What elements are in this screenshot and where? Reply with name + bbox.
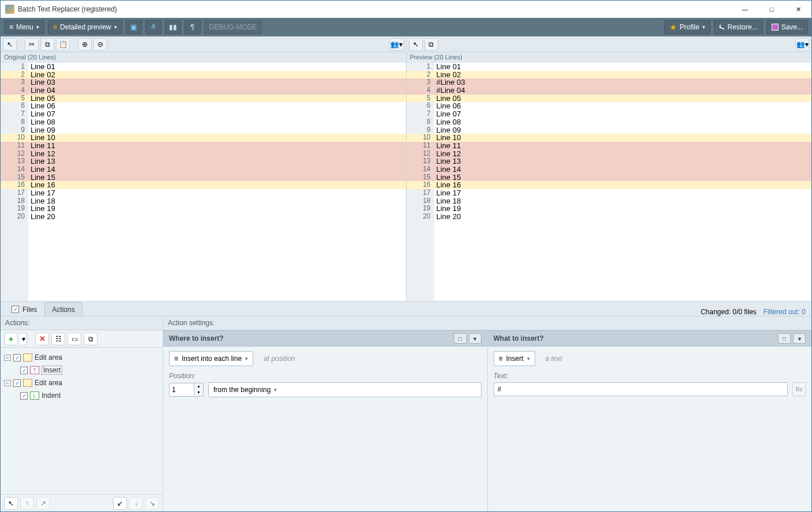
- find-dropdown-icon[interactable]: 👥▾: [390, 38, 404, 51]
- tree-checkbox[interactable]: [13, 354, 21, 362]
- regex-button[interactable]: Rx: [792, 382, 806, 396]
- preview-gutter: 1234567891011121314151617181920: [407, 63, 434, 301]
- save-button[interactable]: Save...: [766, 20, 808, 34]
- window-title: Batch Text Replacer (registered): [18, 5, 732, 13]
- tab-actions[interactable]: Actions: [44, 302, 82, 316]
- filtered-link[interactable]: Filtered out: 0: [764, 308, 806, 316]
- collapse-icon[interactable]: −: [4, 355, 11, 361]
- debug-mode-button[interactable]: DEBUG-MODE: [204, 20, 262, 34]
- tree-checkbox[interactable]: [13, 379, 21, 387]
- paste-icon[interactable]: 📋: [56, 38, 70, 51]
- preview-title: Preview (20 Lines): [407, 52, 812, 63]
- menu-button[interactable]: ≡Menu▾: [4, 20, 44, 34]
- spin-down-icon[interactable]: ▼: [194, 390, 203, 396]
- copy-icon[interactable]: ⧉: [40, 38, 54, 51]
- action-tool-2[interactable]: ▭: [67, 333, 81, 345]
- original-gutter: 1234567891011121314151617181920: [1, 63, 28, 301]
- select-cursor-icon[interactable]: ↖: [3, 38, 17, 51]
- insert-text-input[interactable]: [494, 382, 788, 396]
- tree-node-insert[interactable]: T Insert: [3, 364, 160, 377]
- tree-checkbox[interactable]: [20, 392, 28, 400]
- where-section-head: Where to insert? □ ▾: [163, 330, 487, 347]
- detailed-preview-button[interactable]: ≡Detailed preview▾: [48, 20, 122, 34]
- position-input[interactable]: [169, 383, 194, 397]
- settings-header: Action settings:: [163, 317, 811, 330]
- preview-content[interactable]: Line 01Line 02#Line 03#Line 04Line 05Lin…: [434, 63, 812, 301]
- minimize-button[interactable]: —: [732, 1, 758, 18]
- maximize-button[interactable]: □: [758, 1, 785, 18]
- where-hint: at position: [264, 355, 295, 363]
- close-button[interactable]: ✕: [785, 1, 811, 18]
- titlebar: Batch Text Replacer (registered) — □ ✕: [1, 1, 811, 18]
- original-toolbar: ↖ ✂ ⧉ 📋 ⊕ ⊖ 👥▾: [1, 36, 407, 52]
- preview-pane: Preview (20 Lines) 123456789101112131415…: [407, 52, 812, 301]
- where-maximize-icon[interactable]: □: [454, 333, 467, 344]
- actions-tree: − Edit area T Insert − Edit are: [1, 348, 163, 494]
- actions-header: Actions:: [1, 317, 163, 330]
- from-dropdown[interactable]: from the beginning▾: [208, 382, 482, 397]
- tree-node-edit-area-1[interactable]: − Edit area: [3, 351, 160, 364]
- delete-action-button[interactable]: ✕: [35, 333, 49, 345]
- zoom-in-icon[interactable]: ⊕: [78, 38, 92, 51]
- settings-panel: Action settings: Where to insert? □ ▾: [163, 317, 811, 511]
- original-content[interactable]: Line 01Line 02Line 03Line 04Line 05Line …: [28, 63, 406, 301]
- tool-icon-2[interactable]: ≚: [145, 20, 161, 34]
- what-hint: a text: [546, 355, 562, 363]
- preview-toolbar: ↖ ⧉ 👥▾: [407, 36, 812, 52]
- what-dropdown-icon[interactable]: ▾: [793, 333, 806, 344]
- insert-mode-dropdown[interactable]: ≡Insert into each line▾: [169, 351, 253, 366]
- tab-files[interactable]: Files: [4, 302, 44, 316]
- cut-icon[interactable]: ✂: [25, 38, 39, 51]
- collapse-icon[interactable]: −: [4, 380, 11, 386]
- original-title: Original (20 Lines): [1, 52, 406, 63]
- restore-button[interactable]: Restore...: [714, 20, 763, 34]
- tree-node-edit-area-2[interactable]: − Edit area: [3, 377, 160, 389]
- select-cursor-icon-2[interactable]: ↖: [409, 38, 423, 51]
- arrow-up-button[interactable]: ↑: [20, 497, 34, 510]
- changed-status: Changed: 0/0 files: [701, 308, 757, 316]
- action-tool-1[interactable]: ☷: [51, 333, 65, 345]
- what-maximize-icon[interactable]: □: [778, 333, 791, 344]
- tree-node-indent[interactable]: L Indent: [3, 389, 160, 402]
- where-dropdown-icon[interactable]: ▾: [469, 333, 482, 344]
- arrow-out-button[interactable]: ↗: [36, 497, 50, 510]
- arrow-in-button[interactable]: ↙: [113, 497, 127, 510]
- insert-type-dropdown[interactable]: ≡Insert▾: [494, 351, 535, 366]
- original-pane: Original (20 Lines) 12345678910111213141…: [1, 52, 407, 301]
- tree-checkbox[interactable]: [20, 367, 28, 374]
- tabs-row: Files Actions Changed: 0/0 files Filtere…: [1, 302, 811, 317]
- find-dropdown-icon-2[interactable]: 👥▾: [795, 38, 809, 51]
- copy-icon-2[interactable]: ⧉: [424, 38, 438, 51]
- area-icon: [23, 353, 32, 362]
- text-label: Text:: [494, 372, 806, 380]
- pilcrow-button[interactable]: ¶: [185, 20, 201, 34]
- tool-icon-1[interactable]: ▣: [126, 20, 142, 34]
- arrow-down-right-button[interactable]: ↘: [145, 497, 159, 510]
- what-section-head: What to insert? □ ▾: [488, 330, 812, 347]
- zoom-out-icon[interactable]: ⊖: [93, 38, 107, 51]
- spin-up-icon[interactable]: ▲: [194, 383, 203, 390]
- insert-icon: T: [30, 366, 39, 374]
- arrow-up-left-button[interactable]: ↖: [4, 497, 18, 510]
- app-icon: [5, 5, 14, 14]
- files-checkbox-icon[interactable]: [12, 306, 19, 313]
- arrow-down-button[interactable]: ↓: [129, 497, 143, 510]
- pause-button[interactable]: ▮▮: [165, 20, 181, 34]
- area-icon: [23, 379, 32, 387]
- actions-panel: Actions: + ▾ ✕ ☷ ▭ ⧉ − Edit area: [1, 317, 163, 511]
- add-action-button[interactable]: +: [4, 333, 18, 345]
- profile-button[interactable]: ★Profile▾: [664, 20, 710, 34]
- add-dropdown-button[interactable]: ▾: [20, 333, 27, 345]
- main-toolbar: ≡Menu▾ ≡Detailed preview▾ ▣ ≚ ▮▮ ¶ DEBUG…: [1, 18, 811, 36]
- action-copy-button[interactable]: ⧉: [84, 333, 97, 345]
- position-label: Position:: [169, 372, 482, 380]
- indent-icon: L: [30, 391, 39, 400]
